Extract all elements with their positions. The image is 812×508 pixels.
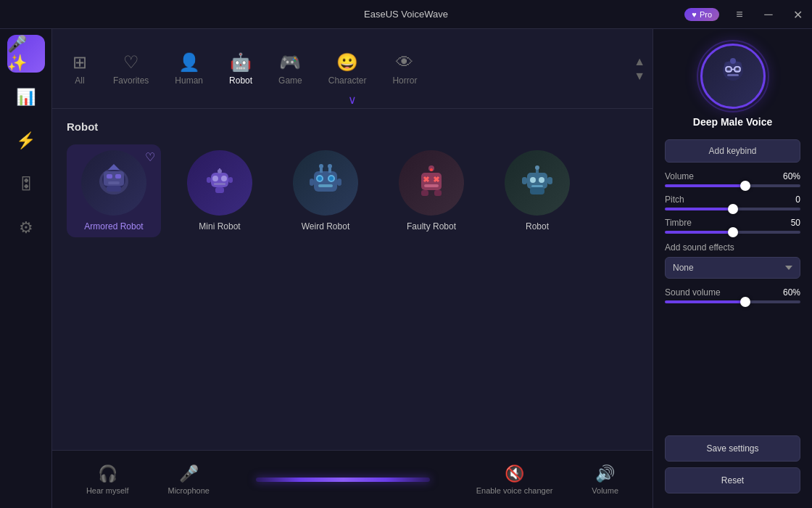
microphone-label: Microphone [167,486,209,495]
volume-button[interactable]: 🔊 Volume [592,464,618,495]
hear-myself-label: Hear myself [86,486,129,495]
tab-robot[interactable]: 🤖 Robot [216,46,265,91]
titlebar: EaseUS VoiceWave ♥ Pro ≡ ─ ✕ [0,0,812,29]
volume-label: Volume [592,486,618,495]
svg-point-9 [212,176,218,181]
volume-slider[interactable] [665,184,800,187]
enable-voice-changer-button[interactable]: 🔇 Enable voice changer [476,464,553,495]
right-panel: Deep Male Voice Add keybind Volume 60% P… [652,29,812,508]
voice-avatar-container: Deep Male Voice [665,44,800,128]
voice-grid-area: Robot [52,109,652,450]
svg-rect-17 [314,171,337,192]
timbre-slider-label: Timbre [665,218,692,228]
volume-slider-label: Volume [665,171,694,181]
svg-rect-4 [115,174,121,179]
svg-rect-47 [547,177,552,184]
svg-rect-36 [421,190,428,196]
weird-robot-avatar [293,150,358,216]
voice-grid: ♡ Armored Robot [67,144,638,237]
weird-robot-name: Weird Robot [302,221,349,232]
action-buttons: Save settings Reset [665,435,800,493]
sound-volume-slider[interactable] [665,300,800,303]
armored-robot-avatar [81,150,146,216]
timbre-slider-value: 50 [791,218,800,228]
tab-character-label: Character [328,75,367,86]
sound-effects-label: Add sound effects [665,242,800,253]
reset-button[interactable]: Reset [665,467,800,493]
sidebar-item-voice[interactable]: 🎤✨ [7,35,45,73]
lightning-icon: ⚡ [16,131,36,150]
svg-rect-37 [434,190,442,196]
voice-card-weird-robot[interactable]: Weird Robot [278,144,373,237]
faulty-robot-avatar [399,150,464,216]
timbre-slider[interactable] [665,231,800,234]
sidebar-item-settings[interactable]: ⚙ [7,209,45,247]
pro-badge: ♥ Pro [684,8,719,21]
mini-robot-name: Mini Robot [199,221,240,232]
svg-rect-42 [531,185,543,187]
tab-horror[interactable]: 👁 Horror [379,46,430,91]
hear-myself-button[interactable]: 🎧 Hear myself [86,464,129,495]
gear-icon: ⚙ [19,218,33,237]
svg-point-26 [328,164,332,168]
tab-human[interactable]: 👤 Human [162,46,216,91]
sidebar-item-effects[interactable]: ⚡ [7,122,45,160]
svg-rect-11 [214,183,225,185]
svg-rect-43 [530,187,544,194]
svg-rect-46 [522,177,527,184]
volume-slider-value: 60% [783,171,800,181]
minimize-button[interactable]: ─ [754,0,783,29]
tab-favorites[interactable]: ♡ Favorites [100,46,162,91]
waveform-area [249,465,437,494]
voice-card-mini-robot[interactable]: Mini Robot [173,144,267,237]
menu-button[interactable]: ≡ [725,0,754,29]
sound-volume-value: 60% [783,287,800,298]
svg-rect-6 [107,186,121,192]
microphone-button[interactable]: 🎤 Microphone [167,464,209,495]
mixer-icon: 🎛 [18,175,34,194]
sidebar-item-mixer[interactable]: 🎛 [7,165,45,203]
app-title: EaseUS VoiceWave [364,9,448,20]
sound-volume-row: Sound volume 60% [665,287,800,303]
window-controls: ♥ Pro ≡ ─ ✕ [684,0,812,29]
faulty-robot-svg [410,161,453,205]
faulty-robot-name: Faulty Robot [407,221,456,232]
svg-rect-5 [108,181,120,184]
svg-point-41 [539,177,544,183]
armored-robot-name: Armored Robot [84,221,143,232]
svg-point-20 [318,176,322,181]
tab-scroll-arrows[interactable]: ▲ ▼ [634,55,645,83]
voice-card-robot[interactable]: Robot [490,144,584,237]
tab-robot-label: Robot [229,75,252,86]
mini-robot-avatar [187,150,252,216]
favorite-icon[interactable]: ♡ [145,150,155,164]
audio-waveform [256,478,430,482]
tab-all[interactable]: ⊞ All [59,46,100,91]
pitch-slider[interactable] [665,208,800,210]
sound-effects-select[interactable]: None Echo Reverb Chorus [665,257,800,279]
svg-rect-28 [337,179,341,186]
content-area: ⊞ All ♡ Favorites 👤 Human 🤖 Robot 🎮 Game… [52,29,652,508]
horror-icon: 👁 [396,52,413,73]
tab-game[interactable]: 🎮 Game [265,46,315,91]
pro-label: Pro [700,10,712,19]
voice-card-armored-robot[interactable]: ♡ Armored Robot [67,144,161,237]
svg-rect-15 [207,177,211,183]
arrow-up-icon: ▲ [634,55,645,68]
weird-robot-svg [304,161,347,205]
sound-effects-section: Add sound effects None Echo Reverb Choru… [665,242,800,279]
tab-character[interactable]: 😀 Character [315,46,380,91]
save-settings-button[interactable]: Save settings [665,435,800,462]
voice-card-faulty-robot[interactable]: Faulty Robot [384,144,478,237]
close-button[interactable]: ✕ [783,0,812,29]
add-keybind-button[interactable]: Add keybind [665,139,800,163]
tab-expand-icon[interactable]: ∨ [348,91,357,107]
character-icon: 😀 [336,52,358,73]
pitch-slider-label: Pitch [665,194,684,205]
human-icon: 👤 [178,52,200,73]
sidebar-item-soundboard[interactable]: 📊 [7,78,45,116]
avatar-ring [697,40,769,112]
tab-human-label: Human [175,75,203,86]
robot-avatar [505,150,570,216]
timbre-slider-row: Timbre 50 [665,218,800,234]
